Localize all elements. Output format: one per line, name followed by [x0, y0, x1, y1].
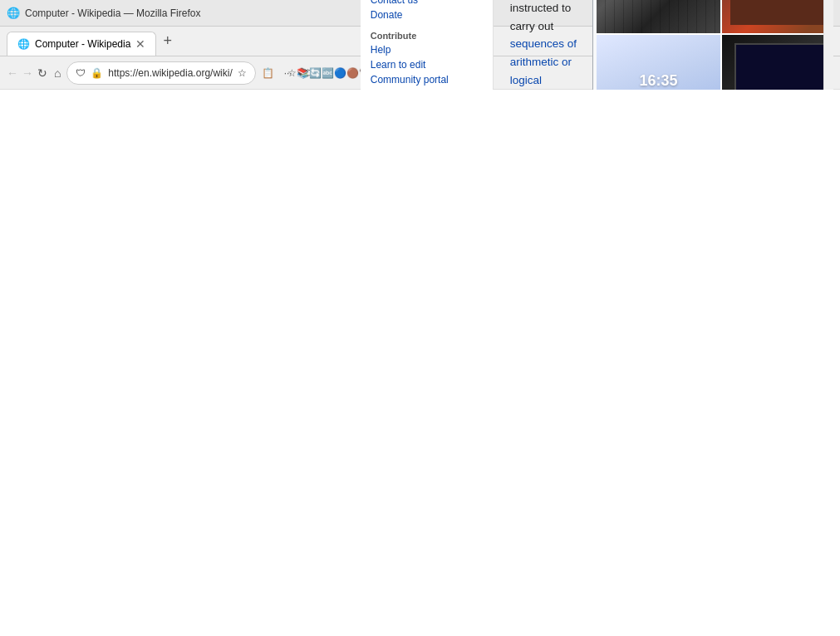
paragraph-1: A computer is a machine that can be inst… [510, 0, 579, 90]
wiki-main-content: 👤 Not logged in Talk Contributions Creat… [494, 0, 823, 90]
shield-icon: 🛡 [76, 67, 86, 79]
tab-favicon: 🌐 [17, 38, 30, 50]
extension2-icon[interactable]: 🔵 [334, 64, 346, 82]
bookmark-star-icon[interactable]: ☆ 📚 🔄 🔤 🔵 🟤 🦅 🟢 🟠 » ≡ [339, 64, 357, 82]
sidebar-item-donate[interactable]: Donate [361, 7, 493, 22]
page-scrollbar[interactable] [823, 0, 833, 90]
browser-favicon: 🌐 [7, 7, 20, 19]
sidebar-item-learn-to-edit[interactable]: Learn to edit [361, 57, 493, 72]
new-tab-button[interactable]: + [156, 29, 179, 53]
wiki-sidebar: Wikipedia The Free Encyclopedia Main pag… [361, 0, 494, 90]
tab-close-button[interactable]: ✕ [135, 37, 145, 51]
address-bar[interactable]: 🛡 🔒 https://en.wikipedia.org/wiki/ ☆ [66, 61, 255, 85]
extension1-icon[interactable]: 🔤 [322, 64, 334, 82]
image-server1 [597, 0, 720, 33]
wiki-article-content: Computer 🔒 From Wikipedia, the free ency… [494, 0, 823, 90]
container-icon[interactable]: 📋 [259, 64, 278, 82]
lock-icon: 🔒 [91, 67, 103, 79]
toolbar-extra-icons: 📋 ··· 🛡 🦊 ☆ 📚 🔄 🔤 🔵 🟤 🦅 🟢 🟠 » ≡ [259, 64, 357, 82]
article-body: A computer is a machine that can be inst… [510, 0, 807, 90]
extension3-icon[interactable]: 🟤 [346, 64, 359, 82]
tab-label: Computer - Wikipedia [35, 38, 130, 50]
sync-icon[interactable]: 🔄 [309, 64, 322, 82]
browser-tab[interactable]: 🌐 Computer - Wikipedia ✕ [7, 32, 156, 56]
image-grid [597, 0, 823, 90]
article-image-box [592, 0, 823, 90]
reload-button[interactable]: ↻ [37, 61, 48, 85]
sidebar-item-recent-changes[interactable]: Recent changes [361, 87, 493, 91]
address-text: https://en.wikipedia.org/wiki/ [108, 67, 232, 79]
sidebar-item-help[interactable]: Help [361, 42, 493, 57]
wiki-page: Wikipedia The Free Encyclopedia Main pag… [361, 0, 833, 90]
bookmarks-icon[interactable]: 📚 [297, 64, 309, 82]
article-text: A computer is a machine that can be inst… [510, 0, 579, 90]
image-laptop [722, 35, 823, 91]
contribute-heading: Contribute [361, 26, 493, 42]
sidebar-navigation: Main page Contents Current events Random… [361, 0, 493, 22]
back-button[interactable]: ← [7, 61, 18, 85]
browser-toolbar: ← → ↻ ⌂ 🛡 🔒 https://en.wikipedia.org/wik… [0, 56, 840, 90]
bookmark-icon[interactable]: ☆ [238, 67, 247, 79]
home-button[interactable]: ⌂ [52, 61, 63, 85]
image-phone [597, 35, 720, 91]
sidebar-item-contact-us[interactable]: Contact us [361, 0, 493, 7]
image-server2 [722, 0, 823, 33]
sidebar-item-community-portal[interactable]: Community portal [361, 72, 493, 87]
sidebar-contribute: Contribute Help Learn to edit Community … [361, 26, 493, 91]
forward-button[interactable]: → [22, 61, 33, 85]
